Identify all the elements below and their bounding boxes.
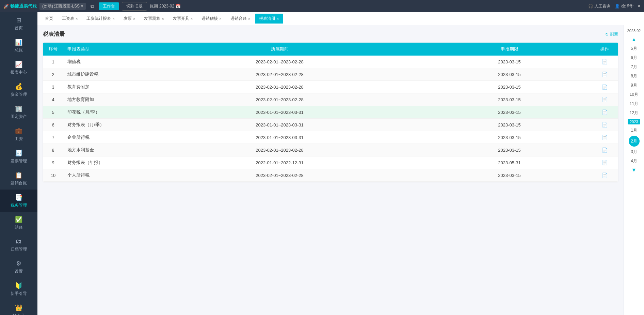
action-icon[interactable]: 📄	[602, 160, 608, 165]
action-icon[interactable]: 📄	[602, 122, 608, 127]
action-icon[interactable]: 📄	[602, 97, 608, 102]
table-row: 1 增值税 2023-02-01~2023-02-28 2023-03-15 📄	[43, 56, 618, 68]
close-icon[interactable]: ×	[638, 3, 641, 9]
action-icon[interactable]: 📄	[602, 135, 608, 140]
month-item[interactable]: 2月	[629, 136, 640, 147]
right-panel: 2023.02 ▲ 5月6月7月8月9月10月11月12月 2023 1月2月3…	[624, 25, 644, 315]
tab-close-salary-stats[interactable]: ×	[112, 17, 114, 21]
sidebar-item-report-center[interactable]: 📈 报表中心	[0, 57, 37, 79]
sidebar-item-fixed-assets[interactable]: 🏢 固定资产	[0, 101, 37, 123]
month-item[interactable]: 9月	[630, 81, 638, 90]
sidebar-item-newbie-guide[interactable]: 🔰 新手引导	[0, 278, 37, 300]
tab-salary-table[interactable]: 工资表×	[58, 14, 82, 24]
month-item[interactable]: 3月	[629, 147, 640, 156]
sidebar-item-home[interactable]: ⊞ 首页	[0, 12, 37, 34]
action-icon[interactable]: 📄	[602, 109, 608, 115]
calendar-icon[interactable]: 📅	[176, 4, 181, 9]
cell-type: 教育费附加	[63, 81, 131, 93]
tab-invoice-open[interactable]: 发票开具×	[169, 14, 197, 24]
month-item[interactable]: 12月	[630, 108, 638, 118]
action-icon[interactable]: 📄	[602, 59, 608, 64]
tab-label-purchase-ledger: 进销台账	[230, 16, 247, 21]
sidebar-item-tax-mgmt[interactable]: 📑 税务管理	[0, 190, 37, 212]
year-badge[interactable]: 2023	[628, 119, 640, 124]
tab-purchase-check[interactable]: 进销稽核×	[197, 14, 225, 24]
sidebar-item-member[interactable]: 👑 畅会员	[0, 300, 37, 315]
col-no: 序号	[43, 43, 63, 56]
month-item[interactable]: 7月	[630, 62, 638, 72]
action-icon[interactable]: 📄	[602, 172, 608, 178]
tab-close-salary-table[interactable]: ×	[76, 17, 78, 21]
cell-deadline: 2023-05-31	[428, 156, 591, 169]
action-icon[interactable]: 📄	[602, 72, 608, 77]
tab-close-invoice-calc[interactable]: ×	[162, 17, 164, 21]
cell-deadline: 2023-03-15	[428, 119, 591, 131]
tab-purchase-ledger[interactable]: 进销台账×	[226, 14, 254, 24]
month-item[interactable]: 11月	[630, 99, 638, 108]
sidebar-item-reconcile[interactable]: ✅ 结账	[0, 212, 37, 234]
cell-type: 城市维护建设税	[63, 68, 131, 81]
month-item[interactable]: 5月	[630, 44, 638, 53]
tab-close-invoice-open[interactable]: ×	[191, 17, 193, 21]
report-center-icon: 📈	[15, 61, 22, 68]
sidebar-item-fund-mgmt[interactable]: 💰 资金管理	[0, 79, 37, 101]
cell-type: 地方教育附加	[63, 93, 131, 106]
month-item[interactable]: 4月	[629, 156, 640, 166]
sidebar-label-purchase-sales: 进销台账	[11, 180, 27, 186]
general-ledger-icon: 📊	[15, 39, 22, 46]
month-item[interactable]: 10月	[630, 90, 638, 99]
tab-close-tax-register[interactable]: ×	[277, 17, 279, 21]
sidebar-item-purchase-sales[interactable]: 📋 进销台账	[0, 167, 37, 190]
month-item[interactable]: 6月	[630, 53, 638, 62]
scroll-up-button[interactable]: ▲	[624, 35, 644, 44]
col-action: 操作	[591, 43, 618, 56]
month-item[interactable]: 8月	[630, 72, 638, 81]
sidebar-label-tax-mgmt: 税务管理	[11, 202, 27, 208]
sidebar-item-general-ledger[interactable]: 📊 总账	[0, 34, 37, 57]
user-profile[interactable]: 👤 徐泽华	[615, 3, 633, 9]
sidebar-label-member: 畅会员	[13, 313, 25, 315]
tab-label-salary-table: 工资表	[62, 16, 74, 21]
cell-no: 7	[43, 131, 63, 144]
tab-tax-register[interactable]: 税表清册×	[255, 14, 283, 24]
page-content: 税表清册 ↻ 刷新 序号 申报表类型 所属期间 申报期限 操作	[37, 25, 644, 315]
table-row: 3 教育费附加 2023-02-01~2023-02-28 2023-03-15…	[43, 81, 618, 93]
month-item[interactable]: 1月	[629, 126, 640, 135]
table-row: 6 财务报表（月/季） 2023-01-01~2023-03-31 2023-0…	[43, 119, 618, 131]
sidebar-item-settings[interactable]: ⚙ 设置	[0, 256, 37, 278]
header-right-actions: 🎧 人工咨询 👤 徐泽华 ×	[588, 3, 641, 9]
customer-service[interactable]: 🎧 人工咨询	[588, 3, 611, 9]
sidebar-item-invoice-mgmt[interactable]: 🧾 发票管理	[0, 145, 37, 167]
period-display: 账期 2023-02 📅	[150, 3, 181, 9]
tab-invoice-calc[interactable]: 发票测算×	[140, 14, 168, 24]
copy-icon[interactable]: ⧉	[88, 3, 96, 10]
sidebar-item-archive[interactable]: 🗂 归档管理	[0, 234, 37, 256]
tab-label-invoice-calc: 发票测算	[144, 16, 160, 21]
tab-salary-stats[interactable]: 工资统计报表×	[82, 14, 118, 24]
fixed-assets-icon: 🏢	[15, 105, 22, 112]
tab-invoice[interactable]: 发票×	[119, 14, 139, 24]
tab-close-purchase-check[interactable]: ×	[219, 17, 221, 21]
member-icon: 👑	[15, 304, 22, 312]
company-selector[interactable]: (勿动) 江西股宝-LSS ▾	[39, 3, 86, 10]
sidebar-label-reconcile: 结账	[15, 225, 23, 230]
cell-no: 8	[43, 144, 63, 156]
refresh-button[interactable]: ↻ 刷新	[605, 31, 618, 37]
action-icon[interactable]: 📄	[602, 147, 608, 153]
cell-type: 财务报表（月/季）	[63, 119, 131, 131]
tab-close-purchase-ledger[interactable]: ×	[248, 17, 250, 21]
workbench-button[interactable]: 工作台	[99, 2, 119, 10]
sidebar-item-salary[interactable]: 💼 工资	[0, 123, 37, 145]
cell-action: 📄	[591, 68, 618, 81]
cell-period: 2022-01-01~2022-12-31	[131, 156, 428, 169]
cell-period: 2023-02-01~2023-02-28	[131, 93, 428, 106]
action-icon[interactable]: 📄	[602, 84, 608, 90]
purchase-sales-icon: 📋	[15, 171, 22, 179]
tab-home[interactable]: 首页	[41, 14, 57, 24]
tab-close-invoice[interactable]: ×	[133, 17, 135, 21]
oldview-button[interactable]: 切到旧版	[122, 2, 147, 11]
scroll-down-button[interactable]: ▼	[624, 166, 644, 175]
table-row: 5 印花税（月/季） 2023-01-01~2023-03-31 2023-03…	[43, 106, 618, 119]
top-header: 🚀 畅捷通易代账 (勿动) 江西股宝-LSS ▾ ⧉ 工作台 切到旧版 账期 2…	[0, 0, 644, 12]
tab-bar: 首页工资表×工资统计报表×发票×发票测算×发票开具×进销稽核×进销台账×税表清册…	[37, 12, 644, 25]
